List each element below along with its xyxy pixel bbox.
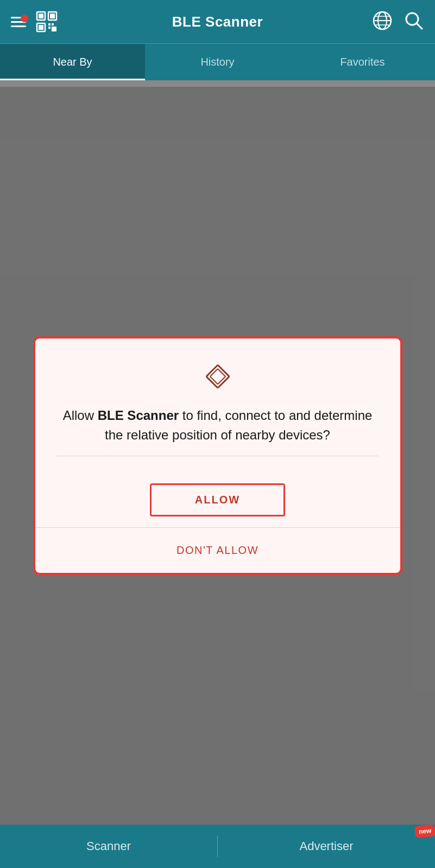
svg-rect-5 — [39, 25, 43, 30]
allow-button[interactable]: ALLOW — [150, 483, 285, 516]
header-right — [372, 10, 424, 33]
main-content: Allow BLE Scanner to find, connect to an… — [0, 87, 435, 825]
dialog-overlay: Allow BLE Scanner to find, connect to an… — [0, 87, 435, 825]
qr-code-button[interactable] — [35, 10, 59, 34]
tabs: Near By History Favorites — [0, 43, 435, 80]
globe-icon[interactable] — [372, 10, 393, 33]
header: BLE Scanner — [0, 0, 435, 43]
dialog-body: Allow BLE Scanner to find, connect to an… — [35, 339, 400, 473]
dialog-icon — [57, 360, 379, 393]
tab-history[interactable]: History — [145, 44, 290, 80]
dont-allow-button[interactable]: DON'T ALLOW — [155, 539, 280, 562]
new-badge: new — [414, 824, 435, 838]
svg-rect-1 — [39, 14, 43, 18]
tab-favorites[interactable]: Favorites — [290, 44, 435, 80]
svg-rect-6 — [48, 23, 51, 25]
header-left — [11, 10, 59, 34]
dialog-actions: ALLOW DON'T ALLOW — [35, 473, 400, 573]
menu-button[interactable] — [11, 17, 26, 27]
search-icon[interactable] — [404, 10, 424, 33]
notification-dot — [21, 15, 28, 22]
bottom-nav: Scanner Advertiser new — [0, 825, 435, 868]
dont-allow-wrapper: DON'T ALLOW — [155, 528, 280, 573]
svg-rect-8 — [48, 27, 51, 29]
dialog-divider — [57, 456, 379, 456]
svg-rect-9 — [52, 27, 56, 31]
svg-rect-3 — [50, 14, 55, 18]
nav-advertiser[interactable]: Advertiser new — [218, 828, 435, 864]
dialog-message: Allow BLE Scanner to find, connect to an… — [57, 406, 379, 445]
allow-button-wrapper: ALLOW — [35, 473, 400, 528]
svg-rect-7 — [52, 23, 54, 25]
nav-scanner[interactable]: Scanner — [0, 828, 217, 864]
svg-line-16 — [417, 23, 422, 29]
app-title: BLE Scanner — [172, 14, 263, 30]
tab-nearby[interactable]: Near By — [0, 44, 145, 80]
permission-dialog: Allow BLE Scanner to find, connect to an… — [33, 336, 402, 575]
